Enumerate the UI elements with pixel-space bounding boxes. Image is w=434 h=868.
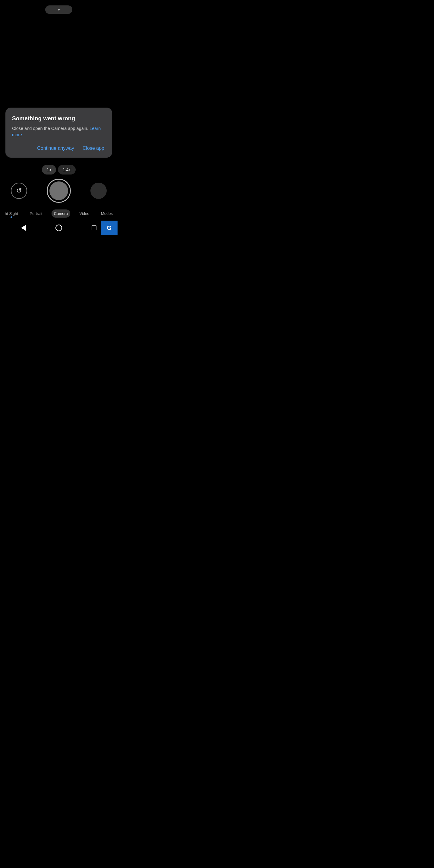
mode-bar: ht Sight Portrait Camera Video Modes [0,207,118,221]
corner-logo: G [101,221,118,235]
mode-portrait[interactable]: Portrait [27,210,45,218]
camera-controls: 1x 1.4x ↺ ht Sight Portrait Camera Video… [0,165,118,221]
home-icon [56,224,62,231]
mode-camera[interactable]: Camera [52,210,70,218]
zoom-1x-button[interactable]: 1x [42,165,56,175]
mode-modes[interactable]: Modes [98,210,115,218]
shutter-row: ↺ [0,179,118,203]
flip-camera-button[interactable]: ↺ [11,183,27,199]
dialog-body-text: Close and open the Camera app again. [12,126,90,131]
nav-recent-button[interactable] [88,222,100,234]
zoom-14x-button[interactable]: 1.4x [58,165,75,175]
logo-icon: G [107,224,112,231]
mode-night-sight[interactable]: ht Sight [2,210,21,218]
camera-viewfinder: Something went wrong Close and open the … [0,18,118,165]
navigation-bar: G [0,221,118,235]
recent-icon [92,225,96,230]
dialog-title: Something went wrong [12,115,105,122]
shutter-button[interactable] [47,179,71,203]
zoom-controls: 1x 1.4x [42,165,75,175]
gallery-button[interactable] [90,183,107,199]
back-icon [21,225,26,231]
shutter-inner [50,181,68,200]
close-app-button[interactable]: Close app [83,144,104,152]
dialog-overlay: Something went wrong Close and open the … [0,18,118,165]
dialog-actions: Continue anyway Close app [12,144,105,152]
nav-back-button[interactable] [18,222,30,234]
chevron-down-icon: ▾ [58,7,60,12]
continue-anyway-button[interactable]: Continue anyway [37,144,74,152]
top-area: ▾ [0,0,118,18]
nav-home-button[interactable] [53,222,65,234]
flip-camera-icon: ↺ [16,187,22,195]
error-dialog: Something went wrong Close and open the … [5,107,112,158]
chevron-pill[interactable]: ▾ [45,5,72,14]
dialog-body: Close and open the Camera app again. Lea… [12,125,105,138]
mode-video[interactable]: Video [77,210,92,218]
